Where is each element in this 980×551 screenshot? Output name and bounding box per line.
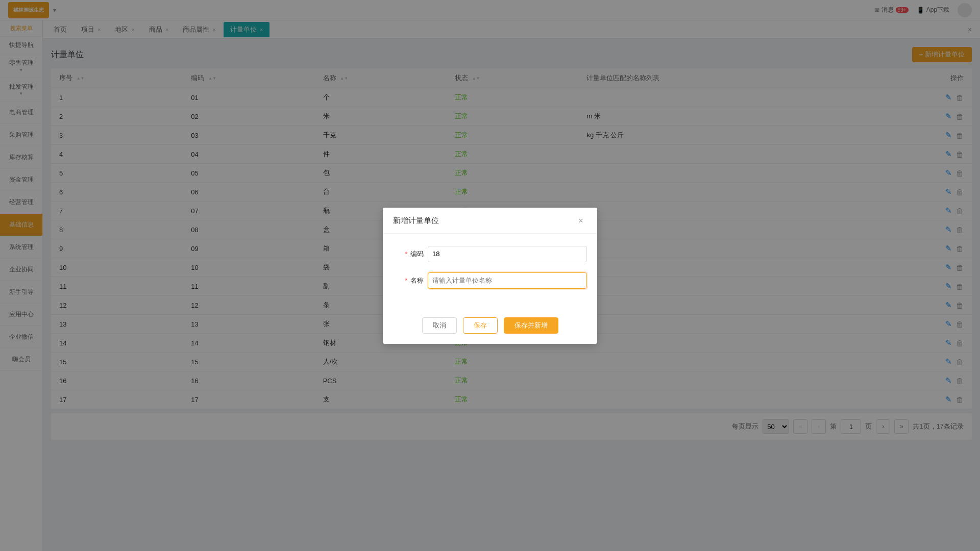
required-mark2: * [405,277,407,284]
modal-footer: 取消 保存 保存并新增 [383,311,597,344]
modal-overlay[interactable]: 新增计量单位 × * 编码 * 名称 取消 保存 保存并新增 [0,0,980,551]
modal-body: * 编码 * 名称 [383,234,597,311]
form-row-name: * 名称 [393,272,587,289]
modal-title: 新增计量单位 [393,216,439,226]
code-label: * 编码 [393,249,424,259]
name-label: * 名称 [393,276,424,285]
modal-close-button[interactable]: × [575,215,587,227]
required-mark: * [405,250,407,258]
form-row-code: * 编码 [393,246,587,262]
cancel-button[interactable]: 取消 [422,317,457,334]
modal-header: 新增计量单位 × [383,208,597,234]
save-button[interactable]: 保存 [463,317,498,334]
code-input[interactable] [428,246,587,262]
name-input[interactable] [428,272,587,289]
save-and-new-button[interactable]: 保存并新增 [504,317,558,334]
add-unit-modal: 新增计量单位 × * 编码 * 名称 取消 保存 保存并新增 [383,208,597,344]
